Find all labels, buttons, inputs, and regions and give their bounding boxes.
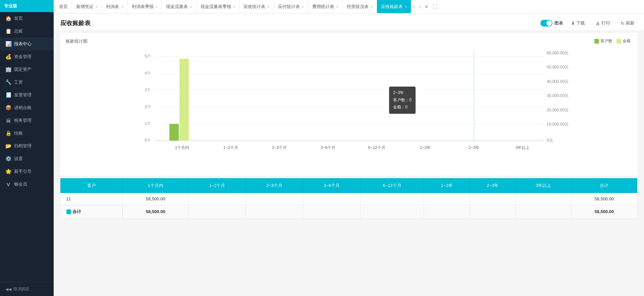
sidebar-item-stock[interactable]: 📦 进销台账 — [0, 101, 54, 114]
chart-toggle[interactable]: 图表 — [540, 20, 563, 27]
sidebar-item-assets[interactable]: 🏢 固定资产 — [0, 63, 54, 76]
sidebar-item-funds[interactable]: 💰 资金管理 — [0, 50, 54, 63]
close-tab-expense-stats[interactable]: × — [336, 5, 338, 9]
legend-label-customer: 客户数 — [600, 38, 612, 44]
invoice-icon: 🧾 — [5, 92, 11, 98]
sidebar-item-label: 总账 — [14, 28, 23, 34]
tab-cashflow-quarterly[interactable]: 现金流量表季报 × — [197, 0, 239, 13]
svg-text:1~2个月: 1~2个月 — [223, 145, 238, 150]
sidebar-item-reports[interactable]: 📊 报表中心 — [0, 38, 54, 50]
sidebar: 专业版 🏠 首页 📋 总账 📊 报表中心 💰 资金管理 🏢 固定资产 🔧 工资 … — [0, 0, 54, 296]
tab-business-status[interactable]: 经营状况表 × — [343, 0, 377, 13]
cell-m2-3 — [246, 193, 303, 205]
sidebar-item-label: 资金管理 — [14, 54, 32, 60]
legend-color-customer — [594, 39, 599, 44]
close-tab-cashflow-quarterly[interactable]: × — [233, 5, 235, 9]
sidebar-item-invoice[interactable]: 🧾 发票管理 — [0, 89, 54, 101]
svg-text:0个: 0个 — [145, 138, 151, 143]
chart-legend: 客户数 金额 — [594, 38, 631, 44]
svg-text:5个: 5个 — [145, 54, 151, 59]
tab-ap-stats[interactable]: 应付统计表 × — [274, 0, 308, 13]
tab-expand-button[interactable]: ⛶ — [431, 3, 439, 11]
sidebar-item-closing[interactable]: 🔒 结账 — [0, 127, 54, 140]
sidebar-item-member[interactable]: V 畅会员 — [0, 178, 54, 191]
svg-text:4个: 4个 — [145, 71, 151, 76]
close-tab-voucher[interactable]: × — [96, 5, 98, 9]
close-tab-profit[interactable]: × — [121, 5, 123, 9]
close-tab-profit-quarterly[interactable]: × — [156, 5, 158, 9]
sidebar-item-ledger[interactable]: 📋 总账 — [0, 25, 54, 38]
home-icon: 🏠 — [5, 15, 11, 21]
svg-text:1个: 1个 — [145, 121, 151, 126]
cell-total: 58,500.00 — [571, 193, 637, 205]
tab-profit[interactable]: 利润表 × — [102, 0, 127, 13]
svg-text:6~12个月: 6~12个月 — [368, 145, 385, 150]
tab-profit-quarterly[interactable]: 利润表季报 × — [128, 0, 162, 13]
settings-icon: ⚙️ — [5, 156, 11, 162]
page-header: 应收账龄表 图表 ⬇ 下载 🖨 打印 ↻ 刷新 — [54, 13, 644, 30]
cell-y1-2 — [424, 193, 470, 205]
table-header-row: 客户 1个月内 1~2个月 2~3个月 3~6个月 6~12个月 1~2年 2~… — [61, 179, 637, 193]
cell-m6-12 — [360, 193, 424, 205]
sidebar-item-label: 归档管理 — [14, 143, 32, 149]
sidebar-item-label: 工资 — [14, 79, 23, 85]
col-y3plus: 3年以上 — [516, 179, 571, 193]
sidebar-item-label: 首页 — [14, 15, 23, 21]
page-title: 应收账龄表 — [60, 19, 91, 27]
total-m3-6 — [303, 205, 360, 219]
close-tab-ap-stats[interactable]: × — [302, 5, 304, 9]
svg-text:2个: 2个 — [145, 104, 151, 109]
assets-icon: 🏢 — [5, 66, 11, 72]
print-button[interactable]: 🖨 打印 — [593, 19, 613, 28]
guide-icon: 🌟 — [5, 168, 11, 175]
chart-area: 账龄统计图 客户数 金额 5个 4个 3个 2个 — [60, 33, 637, 176]
tab-ar-aging[interactable]: 应收账龄表 × — [377, 0, 411, 13]
sidebar-item-label: 结账 — [14, 130, 23, 136]
funds-icon: 💰 — [5, 54, 11, 60]
svg-text:3个: 3个 — [145, 88, 151, 92]
sidebar-item-settings[interactable]: ⚙️ 设置 — [0, 152, 54, 165]
tab-ar-stats[interactable]: 应收统计表 × — [239, 0, 274, 13]
tab-voucher[interactable]: 新增凭证 × — [72, 0, 102, 13]
page-content: 应收账龄表 图表 ⬇ 下载 🖨 打印 ↻ 刷新 — [54, 13, 644, 296]
download-button[interactable]: ⬇ 下载 — [569, 19, 588, 28]
col-m1-2: 1~2个月 — [189, 179, 246, 193]
salary-icon: 🔧 — [5, 79, 11, 85]
archive-icon: 📂 — [5, 143, 11, 149]
sidebar-item-archive[interactable]: 📂 归档管理 — [0, 140, 54, 152]
tab-close-all-button[interactable]: ✕ — [423, 3, 431, 11]
tab-prev-button[interactable]: ‹ — [411, 3, 417, 11]
cell-m1: 58,500.00 — [123, 193, 189, 205]
total-y3plus — [516, 205, 571, 219]
cell-customer: 11 — [61, 193, 123, 205]
total-label-cell: 合计 — [61, 205, 123, 218]
svg-text:0元: 0元 — [547, 138, 553, 143]
close-tab-cashflow[interactable]: × — [190, 5, 192, 9]
tab-home[interactable]: 首页 — [55, 0, 72, 13]
refresh-button[interactable]: ↻ 刷新 — [618, 19, 637, 28]
sidebar-item-tax[interactable]: 🏛 税务管理 — [0, 114, 54, 127]
close-tab-ar-stats[interactable]: × — [267, 5, 269, 9]
tab-cashflow[interactable]: 现金流量表 × — [162, 0, 196, 13]
ledger-icon: 📋 — [5, 28, 11, 34]
tax-icon: 🏛 — [5, 118, 11, 124]
svg-text:3年以上: 3年以上 — [516, 145, 530, 150]
sidebar-item-home[interactable]: 🏠 首页 — [0, 12, 54, 25]
closing-icon: 🔒 — [5, 130, 11, 136]
col-m3-6: 3~6个月 — [303, 179, 360, 193]
toggle-track[interactable] — [540, 20, 552, 27]
chart-svg: 5个 4个 3个 2个 1个 0个 60,000.00元 50,000.00元 … — [66, 48, 632, 169]
sidebar-item-salary[interactable]: 🔧 工资 — [0, 76, 54, 89]
sidebar-item-guide[interactable]: 🌟 新手引导 — [0, 165, 54, 178]
tab-next-button[interactable]: › — [417, 3, 423, 11]
tab-bar: 首页 新增凭证 × 利润表 × 利润表季报 × 现金流量表 × 现金流量表季报 … — [54, 0, 644, 13]
svg-text:3~6个月: 3~6个月 — [321, 145, 335, 150]
close-tab-business-status[interactable]: × — [371, 5, 373, 9]
tab-expense-stats[interactable]: 费用统计表 × — [308, 0, 342, 13]
sidebar-pin-toggle[interactable]: ◀◀ 取消固定 — [0, 282, 54, 296]
total-y1-2 — [424, 205, 470, 219]
svg-text:40,000.00元: 40,000.00元 — [547, 79, 569, 84]
total-m6-12 — [360, 205, 424, 219]
toggle-thumb — [546, 20, 552, 26]
close-tab-ar-aging[interactable]: × — [405, 5, 407, 9]
